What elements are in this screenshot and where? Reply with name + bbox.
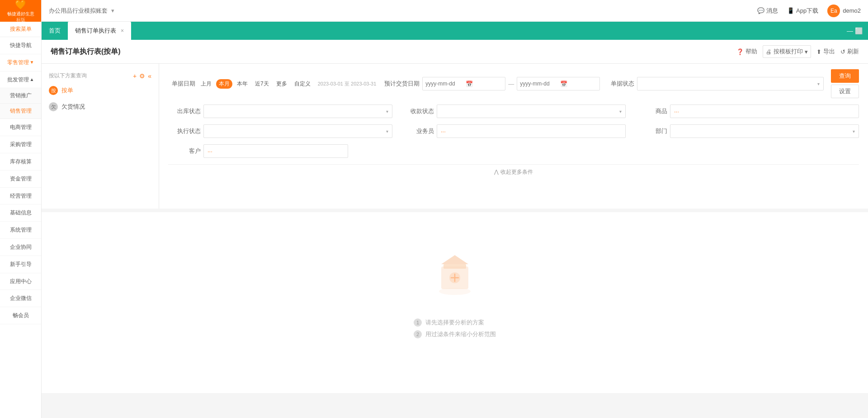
search-label: 搜索菜单 <box>10 26 32 32</box>
sidebar-item-qiye[interactable]: 企业协同 <box>0 239 41 256</box>
sidebar-item-yingyong[interactable]: 应用中心 <box>0 273 41 290</box>
dept-select[interactable]: ▾ <box>670 124 859 138</box>
sidebar-item-zijin[interactable]: 资金管理 <box>0 171 41 188</box>
empty-step-2: 2 用过滤条件来缩小分析范围 <box>414 330 496 338</box>
sidebar-item-kucun[interactable]: 库存核算 <box>0 153 41 171</box>
shortcut-jin7tian[interactable]: 近7天 <box>252 79 272 89</box>
filter-row-2: 出库状态 ▾ 收款状态 ▾ <box>168 104 859 118</box>
expected-date-end-input[interactable] <box>520 81 558 87</box>
doc-status-select[interactable]: ▾ <box>637 77 824 90</box>
sidebar: 🧡 畅捷通好生意 标版 搜索菜单 快捷导航 零售管理 ▼ 批发管理 ▲ 营销推广… <box>0 0 42 418</box>
user-avatar: Ea <box>827 5 840 17</box>
sidebar-item-kuaijie[interactable]: 快捷导航 <box>0 37 41 54</box>
sidebar-label-caigou: 采购管理 <box>10 141 32 147</box>
sidebar-item-jichu[interactable]: 基础信息 <box>0 204 41 222</box>
app-name: 办公用品行业模拟账套 <box>49 7 108 15</box>
dept-label: 部门 <box>635 127 667 135</box>
delivery-status-field: 出库状态 ▾ <box>168 104 392 118</box>
setting-btn[interactable]: 设置 <box>831 85 859 98</box>
logo-text: 畅捷通好生意 <box>7 11 34 17</box>
refresh-label: 刷新 <box>847 48 859 56</box>
topbar-dropdown-arrow[interactable]: ▾ <box>111 7 114 14</box>
export-btn[interactable]: ⬆ 导出 <box>816 48 835 56</box>
sidebar-item-jingying[interactable]: 经营管理 <box>0 188 41 205</box>
doc-status-arrow: ▾ <box>817 81 820 86</box>
sidebar-item-dianshang[interactable]: 电商管理 <box>0 119 41 136</box>
svg-marker-3 <box>441 255 468 264</box>
scheme-settings-icon[interactable]: ⚙ <box>139 72 145 80</box>
delivery-arrow: ▾ <box>386 109 388 114</box>
shortcut-shangyue[interactable]: 上月 <box>198 79 214 89</box>
filter-row-3: 执行状态 ▾ 业务员 ··· <box>168 124 859 138</box>
salesperson-input[interactable]: ··· <box>437 124 626 138</box>
sidebar-item-pifa[interactable]: 批发管理 ▲ <box>0 71 41 89</box>
help-icon: ❓ <box>736 48 744 55</box>
query-btn[interactable]: 查询 <box>831 69 859 83</box>
scheme-collapse-icon[interactable]: « <box>148 72 151 80</box>
step-num-2: 2 <box>414 330 422 338</box>
refresh-btn[interactable]: ↺ 刷新 <box>840 48 859 56</box>
export-icon: ⬆ <box>816 48 821 55</box>
goods-input[interactable]: ··· <box>670 104 859 118</box>
execution-arrow: ▾ <box>386 129 388 134</box>
qianhuo-scheme-icon: 欠 <box>49 102 58 111</box>
app-download-action[interactable]: 📱 App下载 <box>787 7 818 15</box>
sidebar-label-jichu: 基础信息 <box>10 209 32 216</box>
filter-panel: 按以下方案查询 + ⚙ « 按 按单 欠 欠货情况 <box>42 64 868 209</box>
expand-arrow-icon: ▼ <box>30 59 34 66</box>
goods-label: 商品 <box>635 107 667 115</box>
expected-date-start-input[interactable] <box>425 81 464 87</box>
sidebar-item-yingxiao[interactable]: 营销推广 <box>0 88 41 104</box>
tab-close-icon[interactable]: × <box>121 28 124 34</box>
sidebar-item-hui[interactable]: 畅会员 <box>0 307 41 324</box>
scheme-item-qianhuo[interactable]: 欠 欠货情况 <box>42 99 159 115</box>
shortcut-bennian[interactable]: 本年 <box>234 79 250 89</box>
user-name: demo2 <box>843 7 861 14</box>
empty-state: 1 请先选择要分析的方案 2 用过滤条件来缩小分析范围 <box>42 212 868 375</box>
tab-maximize-icon[interactable]: ⬜ <box>855 27 863 34</box>
sidebar-item-xiaoshou[interactable]: 销售管理 <box>0 104 41 119</box>
sidebar-item-xinshou[interactable]: 新手引导 <box>0 256 41 273</box>
print-btn[interactable]: 🖨 按模板打印 ▾ <box>763 45 811 58</box>
payment-status-field: 收款状态 ▾ <box>401 104 626 118</box>
sidebar-label-kucun: 库存核算 <box>10 158 32 165</box>
expected-date-label: 预计交货日期 <box>383 80 420 88</box>
shortcut-gengduo[interactable]: 更多 <box>274 79 290 89</box>
sidebar-item-lingpin[interactable]: 零售管理 ▼ <box>0 54 41 71</box>
tab-home-label: 首页 <box>49 27 61 35</box>
customer-input[interactable]: ··· <box>203 144 348 158</box>
sidebar-item-xitong[interactable]: 系统管理 <box>0 222 41 239</box>
collapse-bar[interactable]: ⋀ 收起更多条件 <box>168 164 859 180</box>
print-dropdown-arrow[interactable]: ▾ <box>805 48 808 55</box>
sidebar-label-xiaoshou: 销售管理 <box>10 108 32 114</box>
tab-home[interactable]: 首页 <box>42 22 68 40</box>
execution-select[interactable]: ▾ <box>203 124 392 138</box>
execution-field: 执行状态 ▾ <box>168 124 392 138</box>
print-icon: 🖨 <box>766 48 772 55</box>
tab-minimize-icon[interactable]: — <box>847 27 853 34</box>
refresh-icon: ↺ <box>840 48 845 55</box>
message-action[interactable]: 💬 消息 <box>757 7 778 15</box>
print-label: 按模板打印 <box>774 48 803 56</box>
expected-date-start-wrap: 📅 <box>422 77 505 90</box>
expected-date-end-calendar-icon[interactable]: 📅 <box>560 81 567 87</box>
user-area[interactable]: Ea demo2 <box>827 5 861 17</box>
sidebar-search[interactable]: 搜索菜单 <box>0 22 41 37</box>
topbar-left: 办公用品行业模拟账套 ▾ <box>49 7 114 15</box>
salesperson-field: 业务员 ··· <box>401 124 626 138</box>
add-scheme-icon[interactable]: + <box>133 72 137 80</box>
scheme-item-anshan[interactable]: 按 按单 <box>42 82 159 99</box>
expected-date-calendar-icon[interactable]: 📅 <box>466 81 473 87</box>
empty-steps: 1 请先选择要分析的方案 2 用过滤条件来缩小分析范围 <box>414 318 496 338</box>
shortcut-benyue[interactable]: 本月 <box>216 79 232 89</box>
sidebar-item-weixin[interactable]: 企业微信 <box>0 290 41 307</box>
customer-label: 客户 <box>168 147 201 155</box>
help-btn[interactable]: ❓ 帮助 <box>736 48 757 56</box>
delivery-select[interactable]: ▾ <box>203 104 392 118</box>
page-title: 销售订单执行表(按单) <box>51 47 121 57</box>
sidebar-item-caigou[interactable]: 采购管理 <box>0 136 41 153</box>
sidebar-label-hui: 畅会员 <box>13 312 29 318</box>
shortcut-zidingyi[interactable]: 自定义 <box>292 79 313 89</box>
payment-select[interactable]: ▾ <box>437 104 626 118</box>
tab-sales-order[interactable]: 销售订单执行表 × <box>68 22 131 40</box>
